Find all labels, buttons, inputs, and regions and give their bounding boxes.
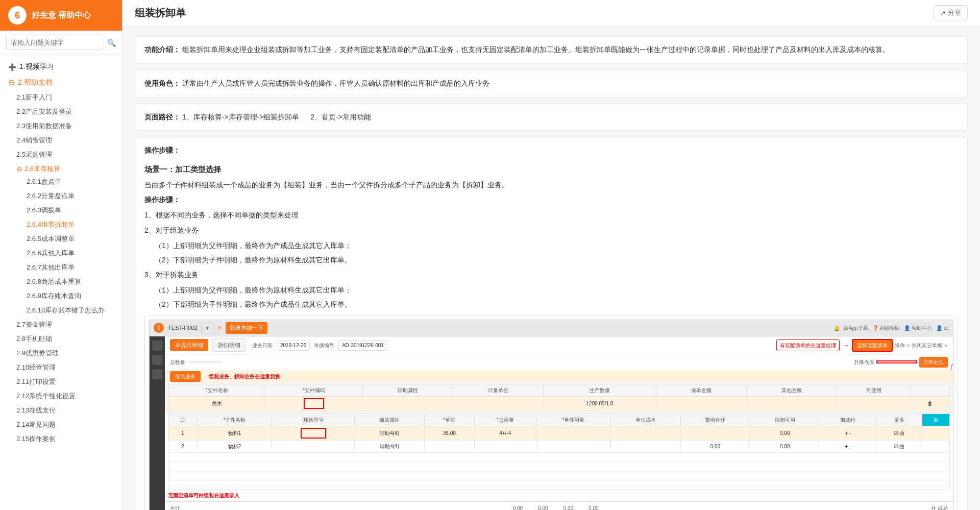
mock-annotation-header: 有装配清单的在这里处理: [776, 339, 840, 351]
col2-unit: *单位: [424, 414, 474, 426]
cell2-2-more: ☑ 曲: [876, 440, 922, 452]
col-parent-name: *父件名称: [168, 384, 265, 396]
sidebar-item-cost-recalc[interactable]: 2.6.8商品成本重算: [27, 275, 122, 289]
ops-block: 操作步骤： 场景一：加工类型选择 当由多个子件材料组装成一个成品的业务为【组装】…: [135, 137, 968, 510]
col-aux-attr: 辅助属性: [362, 384, 453, 396]
mock-user-icon: 👤 帮助中心: [904, 324, 932, 332]
sidebar-item-dataprep[interactable]: 2.3使用前数据准备: [16, 119, 122, 133]
sidebar-item-helpdoc[interactable]: ⊖ 2.帮助文档: [0, 75, 122, 90]
sidebar-item-coupon[interactable]: 2.9优惠券管理: [16, 346, 122, 360]
ops-title: 操作步骤：: [144, 144, 958, 157]
sidebar-item-inventory[interactable]: 2.6库存核算: [24, 164, 60, 174]
table-row-2-1: 1 物料1 辅助4(4) 35.00 4+/-4: [168, 426, 950, 440]
sidebar-item-assembly[interactable]: 2.6.4组装拆卸单: [27, 217, 122, 232]
mock-tab-inactive: 拆扣明细: [212, 338, 246, 352]
mock-qty-label: 总数量: [170, 358, 185, 367]
sidebar-item-cost-adj[interactable]: 2.6.5成本调整单: [27, 232, 122, 246]
cell2-2-spec: [272, 440, 355, 452]
sidebar-item-cases[interactable]: 2.15操作案例: [16, 432, 122, 446]
path-label: 页面路径：: [144, 113, 180, 121]
path-1: 1、库存核算->库存管理->组装拆卸单: [182, 113, 299, 121]
sidebar-item-install[interactable]: 2.2产品安装及登录: [16, 105, 122, 119]
cell2-5-empty: [168, 471, 950, 480]
mock-date-label: 业务日期: [252, 341, 273, 350]
cell2-1-plusminus: + -: [820, 426, 876, 440]
sidebar-item-mobile[interactable]: 2.8手机旺铺: [16, 332, 122, 346]
function-intro-block: 功能介绍： 组装拆卸单用来处理企业组装或拆卸等加工业务，支持有固定装配清单的产品…: [135, 36, 968, 64]
share-button[interactable]: ↗ 分享: [934, 5, 968, 20]
cell2-1-check: 1: [168, 426, 198, 440]
cell2-1-unit: 35.00: [424, 426, 474, 440]
sidebar-item-print[interactable]: 2.11打印设置: [16, 375, 122, 389]
cell2-6-empty: [168, 480, 950, 489]
cell2-2-aux: 辅助4(4): [355, 440, 424, 452]
sidebar-header: 6 好生意 帮助中心: [0, 0, 122, 31]
sidebar-item-transfer[interactable]: 2.6.3调拨单: [27, 203, 122, 217]
path-block: 页面路径： 1、库存核算->库存管理->组装拆卸单 2、首页->常用功能: [135, 104, 968, 131]
mock-notification-icon: 🔔: [834, 324, 840, 332]
mock-tab-active: 未提供明细: [170, 339, 208, 352]
col2-check: ☐: [168, 414, 198, 426]
mock-new-order-btn: 新建单据一下: [226, 322, 267, 334]
cell2-4-empty: [168, 462, 950, 471]
main-content: 组装拆卸单 ↗ 分享 功能介绍： 组装拆卸单用来处理企业组装或拆卸等加工业务，支…: [122, 0, 980, 510]
mock-titlebar: 6 TEST-H002 ▼ ⟳ 新建单据一下 🔔 ⊞ App下载 ❓ 在线帮助 …: [150, 320, 953, 336]
cell2-2-unit: [424, 440, 474, 452]
sidebar-item-inventory-fix[interactable]: 2.6.10库存账本错了怎么办: [27, 303, 122, 318]
sidebar-item-sales[interactable]: 2.4销售管理: [16, 133, 122, 148]
mock-date-val: 2019-12-26: [277, 340, 310, 351]
mock-refresh-icon: ⟳: [217, 324, 222, 332]
cell2-2-qty: [474, 440, 536, 452]
cell2-2-plusminus: + -: [820, 440, 876, 452]
sidebar-item-newuser[interactable]: 2.1新手入门: [16, 90, 122, 105]
mock-annotation-toggle: 组装业务、拆卸业务在这里切换: [209, 372, 280, 381]
mock-confirm-btn: 立即处理: [919, 357, 948, 368]
step3-1: （1）上部明细为父件明细，最终作为原材料生成其它出库单；: [155, 284, 958, 297]
mock-form-header: 未提供明细 拆扣明细 业务日期 2019-12-26 单据编号 AD-20191…: [165, 336, 953, 370]
sidebar-item-other-out[interactable]: 2.6.7其他出库单: [27, 260, 122, 275]
scene1-desc: 当由多个子件材料组装成一个成品的业务为【组装】业务，当由一个父件拆分成多个子产品…: [144, 179, 958, 191]
function-intro-label: 功能介绍：: [144, 45, 180, 54]
sidebar-item-mgmt[interactable]: 2.10经营管理: [16, 360, 122, 375]
cell2-2-unit-qty: [536, 440, 611, 452]
sidebar-item-stocktake[interactable]: 2.6.1盘点单: [27, 175, 122, 189]
sidebar-item-inventory-query[interactable]: 2.6.9库存账本查询: [27, 289, 122, 303]
col-cost-amt: 成本金额: [656, 384, 746, 396]
step2: 2、对于组装业务: [144, 225, 958, 237]
sidebar-item-personalize[interactable]: 2.12系统个性化设置: [16, 389, 122, 403]
sidebar-item-partial-stock[interactable]: 2.6.2分量盘点单: [27, 189, 122, 203]
cell2-1-cost: [611, 426, 680, 440]
cell2-3-empty: [168, 452, 950, 462]
path-sep: [301, 113, 308, 121]
screenshot-container: 6 TEST-H002 ▼ ⟳ 新建单据一下 🔔 ⊞ App下载 ❓ 在线帮助 …: [144, 315, 958, 510]
step2-1: （1）上部明细为父件明细，最终作为产成品生成其它入库单；: [155, 240, 958, 252]
cell2-2-name: 物料2: [197, 440, 272, 452]
mock-toggle-area: 组装业务 组装业务、拆卸业务在这里切换: [165, 370, 953, 383]
path-2: 2、首页->常用功能: [310, 113, 371, 121]
table-row-2-5: [168, 471, 950, 480]
cell2-2-cost: [611, 440, 680, 452]
cell2-1-init: 0.00: [750, 426, 820, 440]
sidebar-item-finance[interactable]: 2.7资金管理: [16, 318, 122, 332]
brand-name: 好生意 帮助中心: [32, 10, 91, 21]
col2-child-code: 规格型号: [272, 414, 355, 426]
search-icon[interactable]: 🔍: [107, 39, 116, 47]
sidebar-item-label: 1.视频学习: [19, 62, 54, 71]
mock-main-area: 未提供明细 拆扣明细 业务日期 2019-12-26 单据编号 AD-20191…: [165, 336, 953, 510]
mock-bottom-row: 合计 0.00 0.00 0.00 0.00 共 成品: [165, 501, 953, 510]
sidebar-item-faq[interactable]: 2.14常见问题: [16, 418, 122, 432]
cell2-1-aux: 辅助4(4): [355, 426, 424, 440]
search-input[interactable]: [6, 36, 104, 50]
sidebar-item-other-in[interactable]: 2.6.6其他入库单: [27, 246, 122, 260]
sidebar-item-purchase[interactable]: 2.5采购管理: [16, 148, 122, 162]
cell-other-1: [746, 396, 837, 410]
step1: 1、根据不同的业务，选择不同单据的类型来处理: [144, 209, 958, 222]
mock-title: TEST-H002: [168, 323, 197, 333]
mock-arrow-icon: →: [842, 338, 850, 352]
cell-aux-1: [362, 396, 453, 410]
sidebar-item-payment[interactable]: 2.13在线支付: [16, 403, 122, 418]
sidebar: 6 好生意 帮助中心 🔍 ➕ 1.视频学习 ⊖ 2.帮助文档 2.1新手入门 2…: [0, 0, 122, 510]
col2-amt: 费用合计: [680, 414, 750, 426]
cell-qty-1: 1200.00/1.0: [544, 396, 656, 410]
sidebar-item-video[interactable]: ➕ 1.视频学习: [0, 59, 122, 75]
